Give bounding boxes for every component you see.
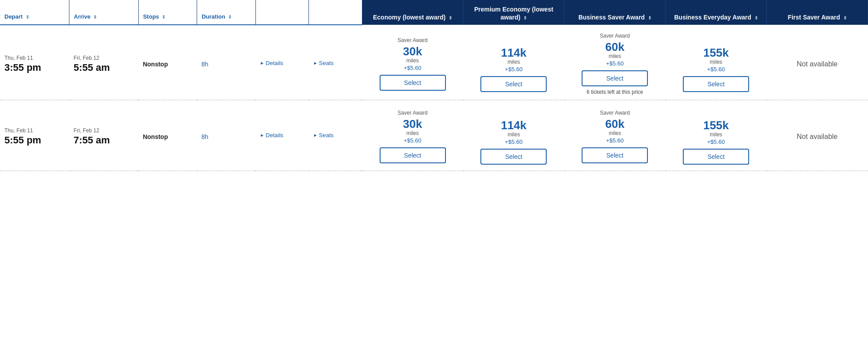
- col-header-stops[interactable]: Stops ⇕: [138, 0, 197, 25]
- sort-icon-first-saver: ⇕: [843, 15, 847, 21]
- flight-1-economy-fare: Saver Award 30k miles +$5.60 Select: [362, 25, 463, 100]
- col-header-spacer1: [255, 0, 308, 25]
- flight-1-stops: Nonstop: [138, 25, 197, 100]
- row-separator-bottom: [0, 169, 868, 171]
- flight-2-first-saver-fare: Not available: [767, 100, 868, 169]
- flight-results-table: Depart ⇕ Arrive ⇕ Stops ⇕ Duration ⇕: [0, 0, 868, 362]
- flight-row-1: Thu, Feb 11 3:55 pm Fri, Feb 12 5:55 am …: [0, 25, 868, 100]
- col-header-duration[interactable]: Duration ⇕: [197, 0, 256, 25]
- flight-1-duration: 8h: [197, 25, 256, 100]
- col-header-biz-everyday[interactable]: Business Everyday Award ⇕: [666, 0, 767, 25]
- col-header-spacer2: [309, 0, 362, 25]
- col-header-premium[interactable]: Premium Economy (lowest award) ⇕: [463, 0, 564, 25]
- flight-2-details-link[interactable]: ► Details: [260, 132, 304, 139]
- sort-icon-biz-everyday: ⇕: [754, 15, 758, 21]
- flight-2-seats-cell: ► Seats: [309, 100, 362, 169]
- details-arrow-icon: ►: [260, 61, 264, 65]
- sort-icon-premium: ⇕: [523, 15, 527, 21]
- flight-2-biz-saver-fare: Saver Award 60k miles +$5.60 Select: [564, 100, 666, 169]
- flight-1-premium-select-button[interactable]: Select: [480, 76, 547, 92]
- flight-2-biz-saver-select-button[interactable]: Select: [582, 147, 648, 163]
- sort-icon-biz-saver: ⇕: [648, 15, 651, 21]
- flight-2-economy-select-button[interactable]: Select: [380, 147, 446, 163]
- flight-1-seats-link[interactable]: ► Seats: [313, 60, 358, 66]
- flight-1-first-saver-fare: Not available: [767, 25, 868, 100]
- flight-1-premium-fare: 114k miles +$5.60 Select: [463, 25, 564, 100]
- flight-2-stops: Nonstop: [138, 100, 197, 169]
- flight-row-2: Thu, Feb 11 5:55 pm Fri, Feb 12 7:55 am …: [0, 100, 868, 169]
- flight-2-biz-everyday-select-button[interactable]: Select: [683, 149, 749, 165]
- sort-icon-stops: ⇕: [162, 14, 165, 20]
- separator-line-bottom: [0, 169, 868, 171]
- col-header-economy[interactable]: Economy (lowest award) ⇕: [362, 0, 463, 25]
- flight-1-biz-everyday-fare: 155k miles +$5.60 Select: [666, 25, 767, 100]
- flight-2-biz-everyday-fare: 155k miles +$5.60 Select: [666, 100, 767, 169]
- sort-icon-arrive: ⇕: [93, 14, 97, 20]
- flight-1-seats-cell: ► Seats: [309, 25, 362, 100]
- sort-icon-economy: ⇕: [449, 15, 452, 21]
- flight-2-duration: 8h: [197, 100, 256, 169]
- flight-2-details-cell: ► Details: [255, 100, 308, 169]
- flight-1-arrive: Fri, Feb 12 5:55 am: [69, 25, 139, 100]
- sort-icon-depart: ⇕: [26, 14, 29, 20]
- flight-2-economy-fare: Saver Award 30k miles +$5.60 Select: [362, 100, 463, 169]
- flight-2-seats-link[interactable]: ► Seats: [313, 132, 358, 139]
- sort-icon-duration: ⇕: [228, 14, 232, 20]
- flight-1-economy-select-button[interactable]: Select: [380, 75, 446, 91]
- col-header-first-saver[interactable]: First Saver Award ⇕: [767, 0, 868, 25]
- flight-1-biz-everyday-select-button[interactable]: Select: [683, 76, 749, 92]
- col-header-arrive[interactable]: Arrive ⇕: [69, 0, 139, 25]
- flight-2-premium-fare: 114k miles +$5.60 Select: [463, 100, 564, 169]
- col-header-biz-saver[interactable]: Business Saver Award ⇕: [564, 0, 666, 25]
- flight-1-details-link[interactable]: ► Details: [260, 60, 304, 66]
- flight-2-premium-select-button[interactable]: Select: [480, 149, 547, 165]
- seats-arrow-icon-2: ►: [313, 133, 318, 138]
- flight-2-depart: Thu, Feb 11 5:55 pm: [0, 100, 69, 169]
- details-arrow-icon-2: ►: [260, 133, 264, 138]
- flight-1-details-cell: ► Details: [255, 25, 308, 100]
- seats-arrow-icon: ►: [313, 61, 318, 65]
- flight-1-depart: Thu, Feb 11 3:55 pm: [0, 25, 69, 100]
- flight-1-biz-saver-select-button[interactable]: Select: [582, 70, 648, 86]
- col-header-depart[interactable]: Depart ⇕: [0, 0, 69, 25]
- flight-1-biz-saver-fare: Saver Award 60k miles +$5.60 Select 6 ti…: [564, 25, 666, 100]
- flight-2-arrive: Fri, Feb 12 7:55 am: [69, 100, 139, 169]
